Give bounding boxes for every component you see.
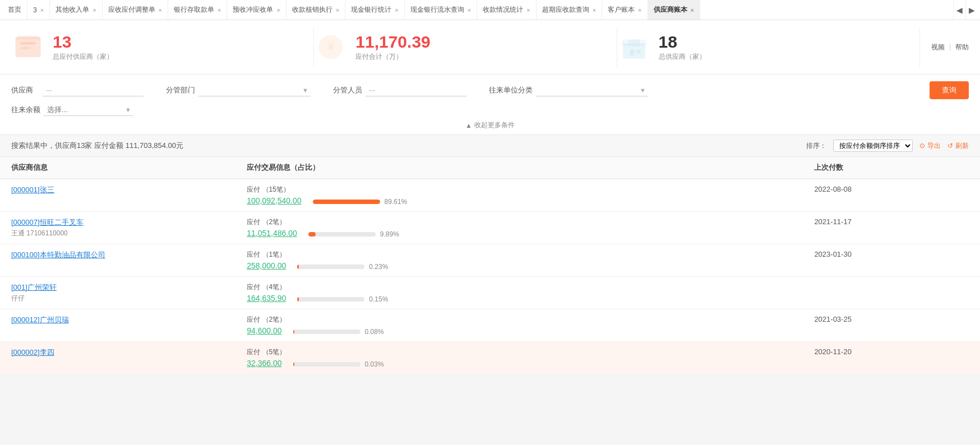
nav-tab-cash-flow[interactable]: 现金银行流水查询× — [405, 0, 477, 20]
col-header-supplier: 供应商信息 — [0, 157, 235, 179]
extra-cell — [924, 342, 980, 374]
tx-label: 应付 （15笔） — [247, 185, 792, 194]
close-tab-supplier-book-icon[interactable]: × — [691, 7, 694, 13]
last-pay-date-cell: 2023-01-30 — [803, 244, 924, 277]
table-row: [000012]广州贝瑞应付 （2笔）94,600.000.08%2021-03… — [0, 309, 980, 342]
close-tab-overdue-recv-icon[interactable]: × — [593, 7, 596, 13]
pct-bar-container: 9.89% — [308, 230, 401, 238]
collapse-btn[interactable]: ▲ 收起更多条件 — [11, 120, 969, 130]
summary-card-3: 18 总供应商（家） — [617, 27, 920, 67]
progress-bar-bg — [297, 297, 364, 302]
close-tab-ar-ap-adj-icon[interactable]: × — [159, 7, 162, 13]
close-tab-customer-book-icon[interactable]: × — [638, 7, 641, 13]
filter-balance: 往来余额 ▼ — [11, 104, 133, 116]
dept-filter-label: 分管部门 — [166, 85, 195, 95]
nav-tab-other-income[interactable]: 其他收入单× — [50, 0, 102, 20]
close-tab-recv-exec-icon[interactable]: × — [336, 7, 339, 13]
supplier-link[interactable]: [000001]张三 — [11, 186, 54, 194]
nav-tab-supplier-book[interactable]: 供应商账本× — [648, 0, 700, 20]
tx-amount-row: 94,600.000.08% — [247, 326, 792, 336]
sort-select[interactable]: 按应付余额倒序排序 按应付余额升序排序 — [833, 140, 913, 152]
svg-marker-11 — [621, 40, 647, 45]
tx-label: 应付 （4笔） — [247, 282, 792, 292]
nav-tab-tab3[interactable]: 3× — [27, 0, 50, 20]
supplier-link[interactable]: [001]广州荣轩 — [11, 283, 57, 291]
close-tab-recv-stat-icon[interactable]: × — [526, 7, 530, 13]
export-button[interactable]: ⊙ 导出 — [919, 141, 941, 151]
nav-tab-customer-book[interactable]: 客户账本× — [602, 0, 648, 20]
extra-cell — [924, 309, 980, 342]
tx-amount[interactable]: 258,000.00 — [247, 261, 286, 270]
category-select-wrap: ▼ — [536, 84, 648, 96]
summary-number-1: 13 — [53, 33, 113, 51]
tx-label: 应付 （1笔） — [247, 250, 792, 259]
last-pay-date-cell: 2021-11-17 — [803, 212, 924, 244]
pct-bar-container: 89.61% — [313, 198, 408, 206]
refresh-button[interactable]: ↺ 刷新 — [947, 141, 969, 151]
nav-tab-recv-stat[interactable]: 收款情况统计× — [477, 0, 536, 20]
pct-bar-container: 0.08% — [293, 328, 386, 336]
balance-filter-input[interactable] — [44, 104, 133, 116]
tx-amount[interactable]: 11,051,486.00 — [247, 229, 297, 238]
last-pay-date-cell: 2020-11-20 — [803, 342, 924, 374]
table-row: [000100]本特勤油品有限公司应付 （1笔）258,000.000.23%2… — [0, 244, 980, 277]
person-filter-input[interactable] — [366, 84, 466, 96]
extra-cell — [924, 179, 980, 212]
help-link[interactable]: 帮助 — [955, 43, 969, 52]
tx-amount-row: 164,635.900.15% — [247, 293, 792, 303]
summary-text-2: 11,170.39 应付合计（万） — [355, 33, 430, 62]
video-link[interactable]: 视频 — [931, 43, 945, 52]
tx-amount[interactable]: 164,635.90 — [247, 294, 286, 303]
table-row: [000002]李四应付 （5笔）32,366.000.03%2020-11-2… — [0, 342, 980, 374]
supplier-link[interactable]: [000007]恒旺二手叉车 — [11, 218, 84, 226]
close-tab-tab3-icon[interactable]: × — [40, 7, 44, 13]
supplier-contact: 王通 17106110000 — [11, 229, 224, 238]
tx-amount-row: 11,051,486.009.89% — [247, 228, 792, 238]
nav-tab-overdue-recv[interactable]: 超期应收款查询× — [537, 0, 602, 20]
supplier-cell: [000100]本特勤油品有限公司 — [0, 244, 235, 277]
nav-tab-ar-ap-adj[interactable]: 应收应付调整单× — [103, 0, 168, 20]
nav-tab-recv-exec[interactable]: 收款核销执行× — [286, 0, 345, 20]
tx-amount[interactable]: 100,092,540.00 — [247, 196, 301, 205]
close-tab-bank-dep-icon[interactable]: × — [218, 7, 221, 13]
supplier-filter-input[interactable] — [43, 84, 144, 96]
balance-select-wrap: ▼ — [44, 104, 133, 116]
pct-text: 0.03% — [365, 360, 386, 368]
top-nav: 首页3×其他收入单×应收应付调整单×银行存取款单×预收冲应收单×收款核销执行×现… — [0, 0, 980, 20]
nav-tab-cash-stat[interactable]: 现金银行统计× — [345, 0, 404, 20]
pct-text: 0.23% — [369, 263, 390, 271]
supplier-cell: [000007]恒旺二手叉车王通 17106110000 — [0, 212, 235, 244]
supplier-link[interactable]: [000100]本特勤油品有限公司 — [11, 251, 105, 259]
close-tab-cash-flow-icon[interactable]: × — [468, 7, 471, 13]
pct-text: 0.08% — [365, 328, 386, 336]
col-header-lastpay: 上次付数 — [803, 157, 924, 179]
extra-cell — [924, 244, 980, 277]
table-row: [000001]张三应付 （15笔）100,092,540.0089.61%20… — [0, 179, 980, 212]
close-tab-cash-stat-icon[interactable]: × — [395, 7, 398, 13]
top-right-links: 视频 | 帮助 — [920, 43, 969, 52]
extra-cell — [924, 277, 980, 309]
table-container: 供应商信息 应付交易信息（占比） 上次付数 [000001]张三应付 （15笔）… — [0, 157, 980, 374]
supplier-link[interactable]: [000002]李四 — [11, 348, 54, 356]
tx-amount[interactable]: 94,600.00 — [247, 326, 281, 335]
nav-prev-arrow[interactable]: ◀ — [953, 0, 965, 20]
table-header: 供应商信息 应付交易信息（占比） 上次付数 — [0, 157, 980, 179]
supplier-link[interactable]: [000012]广州贝瑞 — [11, 316, 69, 324]
close-tab-pre-recv-icon[interactable]: × — [276, 7, 280, 13]
nav-next-arrow[interactable]: ▶ — [965, 0, 978, 20]
dept-filter-input[interactable] — [198, 84, 311, 96]
pct-text: 0.15% — [369, 295, 390, 303]
nav-tab-bank-dep[interactable]: 银行存取款单× — [168, 0, 227, 20]
close-tab-other-income-icon[interactable]: × — [93, 7, 96, 13]
tx-label: 应付 （2笔） — [247, 315, 792, 325]
progress-bar-fill — [308, 232, 316, 237]
query-button[interactable]: 查询 — [930, 81, 969, 99]
last-pay-date-cell — [803, 277, 924, 309]
tx-amount[interactable]: 32,366.00 — [247, 359, 281, 368]
tx-amount-row: 100,092,540.0089.61% — [247, 196, 792, 206]
category-filter-input[interactable] — [536, 84, 648, 96]
nav-tab-home[interactable]: 首页 — [2, 0, 27, 20]
nav-tab-pre-recv[interactable]: 预收冲应收单× — [227, 0, 286, 20]
pct-bar-container: 0.23% — [297, 263, 390, 271]
pct-bar-container: 0.15% — [297, 295, 390, 303]
